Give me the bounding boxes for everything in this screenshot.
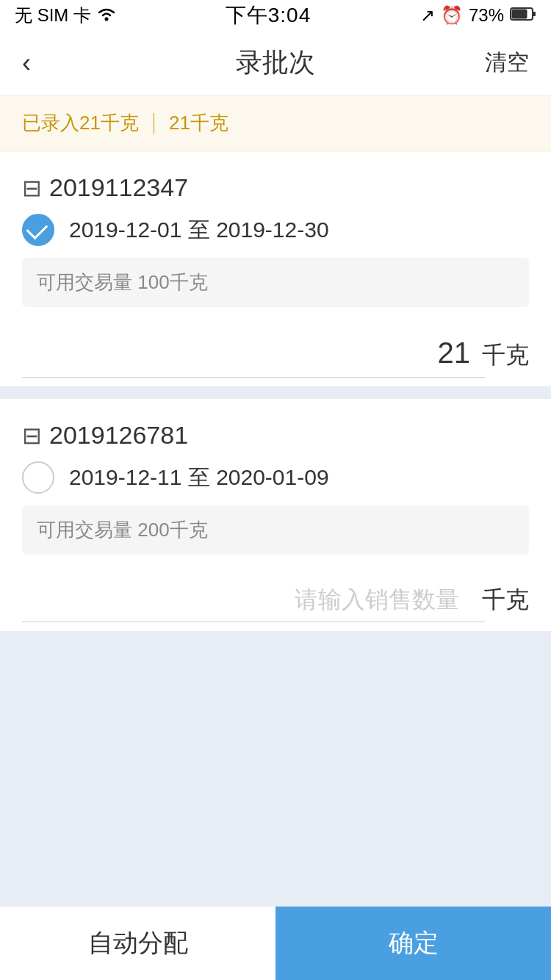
battery-icon: [510, 5, 536, 26]
batch1-row: 2019-12-01 至 2019-12-30: [22, 214, 529, 246]
batch-card-1: ⊟ 2019112347 2019-12-01 至 2019-12-30 可用交…: [0, 151, 551, 387]
batch2-header: ⊟ 2019126781: [22, 421, 529, 450]
nav-bar: ‹ 录批次 清空: [0, 31, 551, 96]
batch1-header: ⊟ 2019112347: [22, 173, 529, 202]
batch1-unit: 千克: [482, 339, 529, 372]
batch2-id: 2019126781: [49, 421, 188, 450]
batch2-radio[interactable]: [22, 461, 54, 494]
svg-rect-3: [512, 10, 527, 19]
doc-icon-1: ⊟: [22, 174, 42, 202]
batch1-date: 2019-12-01 至 2019-12-30: [69, 215, 329, 245]
batch2-unit: 千克: [482, 584, 529, 616]
batch1-radio[interactable]: [22, 214, 54, 246]
info-banner: 已录入21千克 21千克: [0, 96, 551, 151]
sim-label: 无 SIM 卡: [15, 4, 91, 27]
status-right: ↗ ⏰ 73%: [420, 5, 536, 26]
batch1-availability: 可用交易量 100千克: [22, 258, 529, 307]
batch2-availability: 可用交易量 200千克: [22, 505, 529, 555]
svg-rect-2: [533, 12, 536, 16]
status-bar: 无 SIM 卡 下午3:04 ↗ ⏰ 73%: [0, 0, 551, 31]
location-icon: ↗: [420, 5, 435, 26]
bottom-bar: 自动分配 确定: [0, 907, 551, 980]
recorded-label: 已录入21千克: [22, 110, 139, 136]
batch2-input-row: 千克: [0, 569, 551, 631]
banner-divider: [154, 113, 154, 134]
gray-area: [0, 631, 551, 925]
batch1-id: 2019112347: [49, 173, 188, 202]
recorded-value: 21千克: [169, 110, 228, 136]
sales-quantity-input[interactable]: [250, 586, 470, 613]
back-button[interactable]: ‹: [22, 48, 66, 79]
confirm-button[interactable]: 确定: [276, 907, 551, 980]
status-left: 无 SIM 卡: [15, 4, 116, 27]
batch2-row: 2019-12-11 至 2020-01-09: [22, 461, 529, 494]
page-title: 录批次: [236, 45, 315, 81]
section-divider: [0, 387, 551, 399]
battery-percent: 73%: [469, 5, 504, 26]
batch2-date: 2019-12-11 至 2020-01-09: [69, 463, 329, 493]
status-time: 下午3:04: [226, 1, 311, 29]
wifi-icon: [97, 5, 116, 26]
clear-button[interactable]: 清空: [485, 48, 529, 78]
svg-point-0: [105, 18, 109, 21]
auto-distribute-button[interactable]: 自动分配: [0, 907, 276, 980]
alarm-icon: ⏰: [441, 5, 463, 26]
doc-icon-2: ⊟: [22, 422, 42, 450]
amount-underline: [22, 377, 485, 378]
batch-card-2: ⊟ 2019126781 2019-12-11 至 2020-01-09 可用交…: [0, 399, 551, 631]
input-underline: [22, 621, 485, 622]
batch1-amount: 21: [438, 336, 471, 370]
